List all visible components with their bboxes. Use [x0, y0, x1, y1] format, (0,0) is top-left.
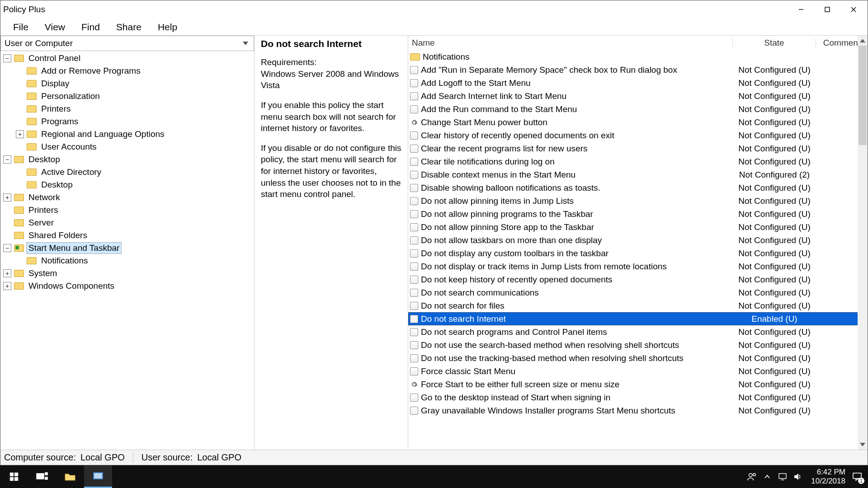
tree-item[interactable]: Active Directory	[0, 166, 255, 178]
policy-row[interactable]: Do not use the tracking-based method whe…	[408, 352, 868, 365]
tree-item[interactable]: User Accounts	[0, 141, 255, 153]
taskbar-clock[interactable]: 6:42 PM 10/2/2018	[808, 468, 845, 485]
tree-start-menu-and-taskbar[interactable]: −Start Menu and Taskbar	[0, 242, 255, 254]
network-icon[interactable]	[778, 472, 788, 482]
policy-row[interactable]: Do not display or track items in Jump Li…	[408, 260, 868, 273]
tree-item-label: System	[27, 268, 59, 279]
policy-row[interactable]: Do not keep history of recently opened d…	[408, 273, 868, 286]
people-icon[interactable]	[747, 472, 757, 482]
tree-item[interactable]: Add or Remove Programs	[0, 65, 255, 77]
policy-row[interactable]: Add Logoff to the Start MenuNot Configur…	[408, 76, 868, 89]
scope-dropdown[interactable]: User or Computer	[0, 36, 254, 51]
tree-item[interactable]: Notifications	[0, 254, 255, 267]
policy-row[interactable]: Change Start Menu power buttonNot Config…	[408, 116, 868, 129]
action-center-button[interactable]: 1	[851, 470, 863, 483]
tree-system[interactable]: +System	[0, 267, 255, 280]
scroll-down-button[interactable]	[858, 440, 868, 450]
policy-icon	[410, 236, 418, 244]
policy-row[interactable]: Do not allow pinning items in Jump Lists…	[408, 194, 868, 207]
tree-item[interactable]: +Regional and Language Options	[0, 128, 255, 141]
tree-expander[interactable]: +	[3, 282, 11, 290]
policy-row[interactable]: Do not allow pinning programs to the Tas…	[408, 207, 868, 221]
tree-item[interactable]: Desktop	[0, 178, 255, 191]
tree-item[interactable]: Display	[0, 77, 255, 90]
svg-rect-5	[14, 473, 18, 476]
tree-network[interactable]: +Network	[0, 191, 255, 204]
menu-find[interactable]: Find	[73, 19, 108, 35]
tree-control-panel[interactable]: −Control Panel	[0, 52, 255, 65]
tree-expander[interactable]: −	[3, 54, 11, 62]
start-button[interactable]	[0, 465, 28, 488]
user-source-value: Local GPO	[197, 452, 241, 463]
policy-name: Do not use the tracking-based method whe…	[421, 353, 684, 363]
menu-share[interactable]: Share	[108, 19, 150, 35]
policy-row[interactable]: Add the Run command to the Start MenuNot…	[408, 103, 868, 116]
policy-row[interactable]: Clear the recent programs list for new u…	[408, 142, 868, 155]
tree-item[interactable]: Programs	[0, 115, 255, 128]
tree-windows-components[interactable]: +Windows Components	[0, 280, 255, 292]
policy-row[interactable]: Go to the desktop instead of Start when …	[408, 391, 868, 404]
tray-chevron-up-icon[interactable]	[762, 472, 772, 482]
policy-row[interactable]: Do not search InternetEnabled (U)	[408, 312, 868, 325]
tree-item[interactable]: Personalization	[0, 90, 255, 103]
policy-row[interactable]: Add "Run in Separate Memory Space" check…	[408, 63, 868, 76]
policy-row[interactable]: Do not search communicationsNot Configur…	[408, 286, 868, 299]
menu-view[interactable]: View	[37, 19, 73, 35]
tree-server[interactable]: Server	[0, 216, 255, 229]
column-state[interactable]: State	[733, 38, 816, 48]
policy-plus-taskbar-button[interactable]	[84, 465, 112, 488]
tree-expander[interactable]: +	[3, 269, 11, 277]
policy-name: Add "Run in Separate Memory Space" check…	[421, 65, 677, 75]
column-name[interactable]: Name	[408, 38, 733, 48]
policy-list[interactable]: NotificationsAdd "Run in Separate Memory…	[408, 50, 868, 450]
main-body: User or Computer −Control PanelAdd or Re…	[0, 36, 868, 450]
scroll-track[interactable]	[858, 46, 868, 440]
list-folder-row[interactable]: Notifications	[408, 50, 868, 63]
policy-name: Do not display any custom toolbars in th…	[421, 249, 609, 258]
tree-item[interactable]: Printers	[0, 103, 255, 115]
policy-row[interactable]: Add Search Internet link to Start MenuNo…	[408, 89, 868, 103]
policy-row[interactable]: Force classic Start MenuNot Configured (…	[408, 365, 868, 378]
policy-row[interactable]: Do not search for filesNot Configured (U…	[408, 299, 868, 312]
tree-expander[interactable]: −	[3, 244, 11, 252]
tree-expander[interactable]: +	[3, 193, 11, 202]
minimize-button[interactable]	[788, 1, 814, 18]
tree-item-label: Windows Components	[27, 281, 116, 291]
tree-desktop[interactable]: −Desktop	[0, 153, 255, 166]
menu-file[interactable]: File	[5, 19, 37, 35]
scroll-thumb[interactable]	[859, 46, 867, 145]
tree-item-label: Network	[27, 192, 62, 203]
details-paragraph-2: If you disable or do not configure this …	[261, 142, 403, 200]
policy-row[interactable]: Force Start to be either full screen siz…	[408, 378, 868, 391]
tree-printers[interactable]: Printers	[0, 204, 255, 216]
policy-state: Not Configured (U)	[733, 117, 816, 127]
policy-state: Not Configured (U)	[733, 65, 816, 75]
policy-row[interactable]: Gray unavailable Windows Installer progr…	[408, 404, 868, 417]
menu-help[interactable]: Help	[150, 19, 185, 35]
policy-row[interactable]: Do not search programs and Control Panel…	[408, 325, 868, 338]
computer-source-value: Local GPO	[80, 452, 125, 463]
policy-row[interactable]: Do not use the search-based method when …	[408, 338, 868, 352]
policy-row[interactable]: Do not display any custom toolbars in th…	[408, 247, 868, 260]
task-view-button[interactable]	[28, 465, 56, 488]
tree-shared-folders[interactable]: Shared Folders	[0, 229, 255, 242]
policy-tree[interactable]: −Control PanelAdd or Remove ProgramsDisp…	[0, 51, 255, 293]
policy-name: Do not allow taskbars on more than one d…	[421, 235, 602, 245]
maximize-button[interactable]	[814, 1, 840, 18]
volume-icon[interactable]	[793, 472, 803, 482]
policy-row[interactable]: Do not allow taskbars on more than one d…	[408, 234, 868, 247]
policy-row[interactable]: Disable context menus in the Start MenuN…	[408, 168, 868, 181]
policy-row[interactable]: Do not allow pinning Store app to the Ta…	[408, 221, 868, 234]
tree-expander[interactable]: +	[16, 130, 24, 138]
scroll-up-button[interactable]	[858, 36, 868, 46]
policy-row[interactable]: Clear tile notifications during log onNo…	[408, 155, 868, 168]
close-button[interactable]	[840, 1, 867, 18]
list-scrollbar[interactable]	[858, 36, 868, 450]
svg-rect-12	[94, 473, 102, 479]
tree-expander[interactable]: −	[3, 155, 11, 164]
tree-item-label: Programs	[39, 116, 80, 127]
file-explorer-button[interactable]	[56, 465, 84, 488]
policy-row[interactable]: Clear history of recently opened documen…	[408, 129, 868, 142]
policy-row[interactable]: Disable showing balloon notifications as…	[408, 181, 868, 194]
tree-item-label: Printers	[27, 205, 60, 216]
